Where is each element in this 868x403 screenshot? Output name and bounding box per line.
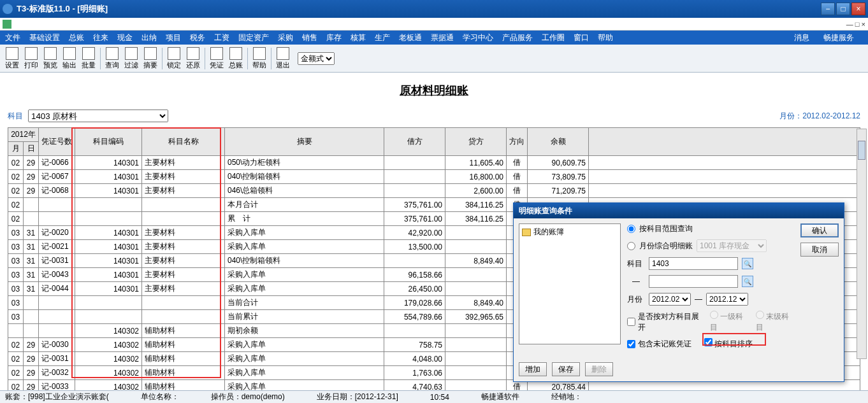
menu-item[interactable]: 核算 (351, 32, 366, 43)
tool-总账[interactable]: 总账 (226, 46, 245, 71)
search-icon[interactable]: 🔍 (742, 276, 753, 287)
tree-panel[interactable]: 我的账簿 (519, 223, 621, 344)
tool-退出[interactable]: 退出 (273, 46, 293, 71)
cancel-button[interactable]: 取消 (800, 243, 839, 257)
menu-msg[interactable]: 消息 (794, 32, 809, 43)
input-subject-from[interactable] (649, 257, 738, 270)
menu-svc[interactable]: 畅捷服务 (823, 32, 854, 43)
form-panel: 按科目范围查询 月份综合明细账 1001 库存现金 科目 🔍 — 🔍 月份 20… (627, 223, 794, 355)
radio-month-detail[interactable] (627, 242, 635, 250)
menu-item[interactable]: 产品服务 (502, 32, 533, 43)
page-title: 原材料明细账 (8, 83, 860, 98)
menu-item[interactable]: 销售 (302, 32, 317, 43)
tool-过滤[interactable]: 过滤 (122, 46, 141, 71)
add-button[interactable]: 增加 (519, 362, 547, 376)
subject-select[interactable]: 1403 原材料 (28, 110, 168, 122)
tool-摘要[interactable]: 摘要 (141, 46, 160, 71)
th-dir: 方向 (507, 128, 528, 156)
th-name: 科目名称 (142, 128, 225, 156)
toolbar: 设置打印预览输出批量查询过滤摘要锁定还原凭证总账帮助退出 金额式 (0, 45, 868, 73)
tool-锁定[interactable]: 锁定 (164, 46, 184, 71)
format-select[interactable]: 金额式 (298, 52, 335, 65)
th-summary: 摘要 (225, 128, 384, 156)
select-month-to[interactable]: 2012.12 (706, 293, 748, 306)
minimize-button[interactable]: − (821, 3, 835, 15)
menu-item[interactable]: 工作圈 (542, 32, 565, 43)
menu-item[interactable]: 往来 (93, 32, 108, 43)
radio-subject-range[interactable] (627, 225, 635, 233)
tool-预览[interactable]: 预览 (41, 46, 60, 71)
menu-item[interactable]: 项目 (166, 32, 181, 43)
menu-item[interactable]: 库存 (326, 32, 342, 43)
search-icon[interactable]: 🔍 (742, 258, 753, 269)
menu-item[interactable]: 基础设置 (29, 32, 60, 43)
save-button[interactable]: 保存 (552, 362, 580, 376)
status-operator: 操作员：demo(demo) (211, 392, 285, 402)
menu-item[interactable]: 文件 (5, 32, 20, 43)
status-vendor: 畅捷通软件 (481, 392, 519, 402)
menu-item[interactable]: 现金 (117, 32, 133, 43)
radio-level1 (710, 311, 718, 319)
menubar: 文件基础设置总账往来现金出纳项目税务工资固定资产采购销售库存核算生产老板通票据通… (0, 31, 868, 45)
tool-帮助[interactable]: 帮助 (250, 46, 269, 71)
app-icon (3, 4, 13, 14)
menu-item[interactable]: 采购 (278, 32, 293, 43)
mdi-controls[interactable]: — □ × (846, 20, 865, 28)
menu-item[interactable]: 帮助 (598, 32, 613, 43)
delete-button[interactable]: 删除 (585, 362, 613, 376)
th-voucher: 凭证号数 (39, 128, 75, 156)
chk-expand[interactable] (627, 318, 635, 326)
maximize-button[interactable]: □ (836, 3, 850, 15)
subject-label: 科目 (8, 111, 23, 122)
status-date: 业务日期：[2012-12-31] (317, 392, 398, 402)
th-balance: 余额 (528, 128, 589, 156)
query-dialog: 明细账查询条件 我的账簿 按科目范围查询 月份综合明细账 1001 库存现金 科… (513, 202, 844, 382)
th-debit: 借方 (384, 128, 445, 156)
doc-icon (3, 20, 11, 29)
status-time: 10:54 (430, 393, 449, 402)
menu-item[interactable]: 生产 (375, 32, 390, 43)
menu-item[interactable]: 学习中心 (463, 32, 493, 43)
tool-还原[interactable]: 还原 (184, 46, 203, 71)
menu-item[interactable]: 税务 (190, 32, 205, 43)
th-day: 日 (24, 142, 39, 156)
label-subject: 科目 (627, 258, 645, 269)
folder-icon (522, 229, 531, 236)
window-title: T3-标准版11.0 - [明细账] (17, 3, 821, 15)
label-month-detail: 月份综合明细账 (639, 241, 693, 251)
menu-item[interactable]: 固定资产 (238, 32, 269, 43)
table-row[interactable]: 0229记-0067140301主要材料040\控制箱领料16,800.00借7… (8, 170, 860, 184)
th-year: 2012年 (8, 128, 39, 142)
table-row[interactable]: 0229记-0068140301主要材料046\总箱领料2,600.00借71,… (8, 184, 860, 198)
ok-button[interactable]: 确认 (800, 223, 839, 237)
menu-item[interactable]: 票据通 (431, 32, 454, 43)
vertical-scrollbar[interactable] (857, 129, 867, 359)
chk-unposted[interactable] (627, 340, 635, 348)
tool-批量[interactable]: 批量 (79, 46, 98, 71)
menu-item[interactable]: 窗口 (574, 32, 589, 43)
tree-root[interactable]: 我的账簿 (522, 227, 618, 237)
radio-leaf (756, 311, 764, 319)
tool-打印[interactable]: 打印 (22, 46, 41, 71)
tool-凭证[interactable]: 凭证 (207, 46, 226, 71)
th-credit: 贷方 (445, 128, 507, 156)
dialog-title: 明细账查询条件 (514, 203, 844, 218)
table-row[interactable]: 0229记-0066140301主要材料050\动力柜领料11,605.40借9… (8, 156, 860, 170)
select-month-from[interactable]: 2012.02 (649, 293, 691, 306)
label-month: 月份 (627, 294, 645, 305)
month-range: 月份：2012.02-2012.12 (779, 111, 860, 122)
tool-输出[interactable]: 输出 (60, 46, 79, 71)
th-code: 科目编码 (75, 128, 142, 156)
statusbar: 账套：[998]工业企业演示账套( 单位名称： 操作员：demo(demo) 业… (0, 390, 868, 403)
label-subject-range: 按科目范围查询 (639, 223, 693, 234)
menu-item[interactable]: 老板通 (399, 32, 422, 43)
chk-sort-subject[interactable] (704, 338, 712, 346)
menu-item[interactable]: 总账 (69, 32, 84, 43)
input-subject-to[interactable] (649, 275, 738, 288)
tool-设置[interactable]: 设置 (3, 46, 22, 71)
tool-查询[interactable]: 查询 (103, 46, 122, 71)
close-button[interactable]: × (851, 3, 865, 15)
menu-item[interactable]: 出纳 (141, 32, 157, 43)
menu-item[interactable]: 工资 (214, 32, 229, 43)
select-account[interactable]: 1001 库存现金 (697, 239, 767, 252)
